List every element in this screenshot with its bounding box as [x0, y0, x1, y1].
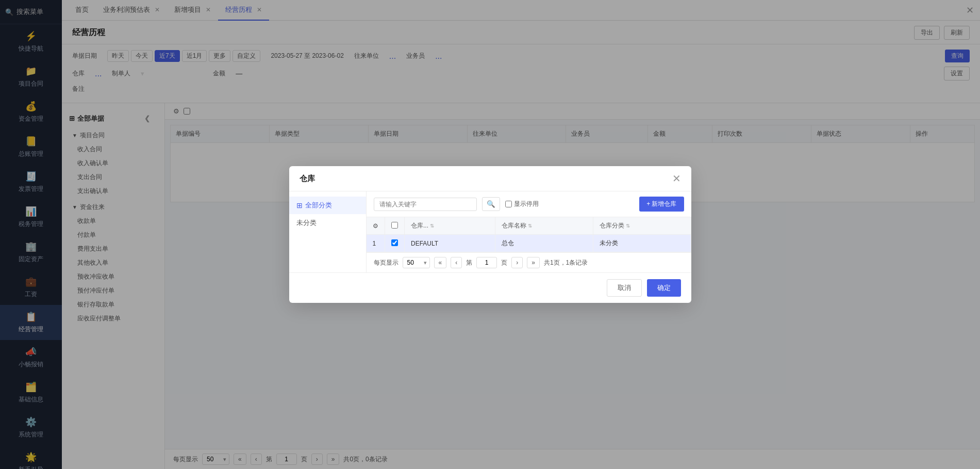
modal-body: ⊞ 全部分类 未分类 🔍 显示停用 + 新增仓库	[289, 191, 691, 272]
modal-header: 仓库 ✕	[289, 166, 691, 191]
modal-footer-pagination: 每页显示 50 100 « ‹ 第 页 › » 共1页，1条记录	[367, 252, 691, 272]
row-check-cell	[385, 235, 405, 252]
modal-sidebar-uncategorized[interactable]: 未分类	[289, 214, 366, 232]
modal-col-check	[385, 217, 405, 235]
show-disabled-label[interactable]: 显示停用	[505, 200, 539, 208]
row-name-cell: 总仓	[495, 235, 593, 252]
modal-per-page-label: 每页显示	[374, 258, 398, 267]
row-checkbox[interactable]	[391, 239, 398, 246]
modal-per-page-select[interactable]: 50 100	[403, 257, 430, 268]
modal-sidebar: ⊞ 全部分类 未分类	[289, 191, 367, 272]
modal-last-page[interactable]: »	[527, 257, 540, 268]
modal-confirm-button[interactable]: 确定	[647, 279, 681, 297]
modal-page-input[interactable]	[476, 257, 497, 268]
modal-toolbar: 🔍 显示停用 + 新增仓库	[367, 191, 691, 217]
modal-page-label: 页	[501, 258, 507, 267]
modal-close-button[interactable]: ✕	[672, 173, 681, 184]
modal-first-page[interactable]: «	[434, 257, 447, 268]
modal-col-name[interactable]: 仓库名称 ⇅	[495, 217, 593, 235]
modal-search-button[interactable]: 🔍	[482, 197, 500, 211]
row-code-cell: DEFAULT	[405, 235, 495, 252]
sort-icon-category: ⇅	[626, 223, 630, 229]
show-disabled-checkbox[interactable]	[505, 201, 512, 207]
table-row[interactable]: 1 DEFAULT 总仓 未分类	[367, 235, 691, 252]
modal-per-page-select-wrap[interactable]: 50 100	[403, 257, 430, 268]
warehouse-modal: 仓库 ✕ ⊞ 全部分类 未分类 🔍	[289, 166, 691, 303]
modal-table-wrap: ⚙ 仓库... ⇅ 仓库名称 ⇅	[367, 217, 691, 252]
modal-page-pre-label: 第	[466, 258, 472, 267]
grid-icon-modal: ⊞	[296, 201, 303, 209]
modal-total: 共1页，1条记录	[544, 258, 588, 267]
modal-select-all[interactable]	[391, 222, 398, 229]
modal-overlay: 仓库 ✕ ⊞ 全部分类 未分类 🔍	[0, 0, 980, 469]
modal-prev-page[interactable]: ‹	[451, 257, 462, 268]
modal-main: 🔍 显示停用 + 新增仓库 ⚙	[367, 191, 691, 272]
modal-table: ⚙ 仓库... ⇅ 仓库名称 ⇅	[367, 217, 691, 252]
modal-col-category[interactable]: 仓库分类 ⇅	[593, 217, 691, 235]
row-category-cell: 未分类	[593, 235, 691, 252]
modal-table-header: ⚙ 仓库... ⇅ 仓库名称 ⇅	[367, 217, 691, 235]
modal-actions: 取消 确定	[289, 272, 691, 303]
modal-next-page[interactable]: ›	[511, 257, 523, 268]
modal-title: 仓库	[300, 174, 315, 184]
row-settings-cell: 1	[367, 235, 385, 252]
modal-col-code[interactable]: 仓库... ⇅	[405, 217, 495, 235]
sort-icon-name: ⇅	[528, 223, 532, 229]
modal-search-input[interactable]	[374, 198, 477, 211]
modal-cancel-button[interactable]: 取消	[607, 279, 642, 297]
modal-col-settings: ⚙	[367, 217, 385, 235]
add-warehouse-button[interactable]: + 新增仓库	[639, 197, 684, 212]
modal-sidebar-all[interactable]: ⊞ 全部分类	[289, 197, 366, 214]
sort-icon-code: ⇅	[430, 223, 434, 229]
